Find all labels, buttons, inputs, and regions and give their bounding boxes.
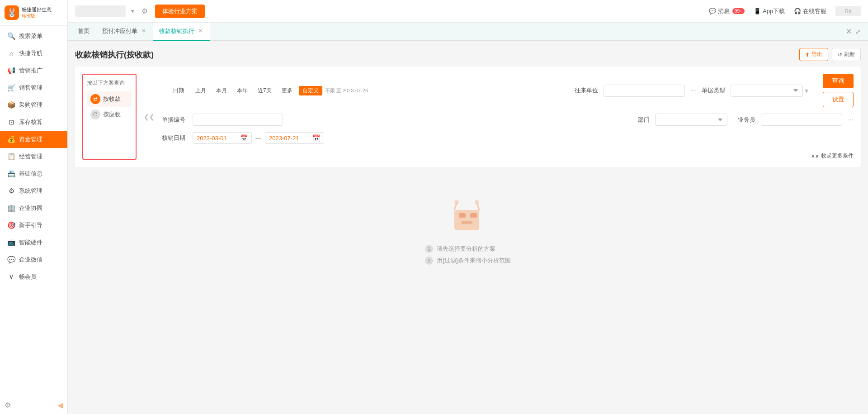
message-badge: 99+: [732, 8, 745, 14]
filter-row-2: 单据编号 部门 业务员 ···: [162, 114, 854, 126]
sidebar-item-sales[interactable]: 🛒 销售管理: [0, 79, 67, 96]
counterparty-label: 往来单位: [575, 86, 598, 95]
sidebar-item-search[interactable]: 🔍 搜索菜单: [0, 28, 67, 45]
date-btn-7days[interactable]: 近7天: [254, 86, 275, 95]
message-icon: 💬: [709, 8, 716, 14]
sidebar-item-finance[interactable]: 💰 资金管理: [0, 131, 67, 148]
employee-label: 业务员: [733, 116, 755, 124]
quick-nav-icon: ⌂: [7, 50, 15, 57]
topbar-settings-icon[interactable]: ⚙: [140, 5, 150, 17]
employee-input[interactable]: [761, 114, 842, 126]
hint-text-2: 用[过滤]条件来缩小分析范围: [437, 257, 510, 265]
topbar-brand: [75, 5, 126, 17]
date-btn-last-month[interactable]: 上月: [192, 86, 210, 95]
sidebar-item-purchase[interactable]: 📦 采购管理: [0, 96, 67, 114]
sidebar-item-wechat[interactable]: 💬 企业微信: [0, 251, 67, 268]
doc-no-label: 单据编号: [162, 116, 185, 124]
sidebar-item-marketing[interactable]: 📢 营销推广: [0, 62, 67, 79]
service-btn[interactable]: 🎧 在线客服: [794, 7, 826, 15]
doc-type-more-icon[interactable]: ▾: [805, 86, 808, 95]
tab-home-label: 首页: [78, 27, 90, 35]
date-btn-custom[interactable]: 自定义: [299, 86, 322, 95]
system-icon: ⚙: [7, 187, 15, 195]
counterparty-input[interactable]: [604, 85, 685, 97]
filter-row-1: 日期 上月 本月 本年 近7天 更多 自定义 不限 至 2023-07-26 往…: [162, 74, 854, 107]
tab-prepay[interactable]: 预付冲应付单 ✕: [96, 23, 153, 41]
filter-panel: 按以下方案查询 ⇄ 按收款 ⏱ 按应收 ❮❮ 日期 上月: [75, 67, 861, 167]
filter-collapse-btn[interactable]: ❮❮: [142, 74, 156, 160]
tab-writeoff-close-icon[interactable]: ✕: [197, 28, 203, 34]
sidebar-item-basic[interactable]: 📇 基础信息: [0, 165, 67, 182]
empty-state: 1 请先选择要分析的方案 2 用[过滤]条件来缩小分析范围: [75, 167, 861, 283]
user-avatar[interactable]: Rit: [835, 6, 861, 16]
sidebar-item-purchase-label: 采购管理: [19, 101, 42, 109]
export-btn[interactable]: ⬆ 导出: [799, 48, 828, 61]
tab-bar-actions: ✕ ⤢: [846, 27, 864, 36]
receipt-option-icon: ⇄: [90, 94, 100, 104]
page-title: 收款核销执行(按收款): [75, 49, 154, 60]
tab-home[interactable]: 首页: [71, 23, 96, 41]
calendar-start-icon[interactable]: 📅: [240, 134, 248, 142]
export-icon: ⬆: [805, 52, 810, 58]
writeoff-date-start-wrapper: 📅: [193, 132, 252, 144]
date-btn-this-year[interactable]: 本年: [233, 86, 251, 95]
tab-expand-icon[interactable]: ⤢: [855, 28, 861, 35]
query-btn[interactable]: 查询: [823, 74, 854, 88]
writeoff-date-end-input[interactable]: [269, 135, 310, 142]
refresh-btn[interactable]: ↺ 刷新: [832, 48, 861, 61]
sidebar-item-guide[interactable]: 🎯 新手引导: [0, 217, 67, 234]
sidebar-item-hardware[interactable]: 📺 智能硬件: [0, 234, 67, 251]
app-icon: 📱: [754, 8, 761, 14]
page-header: 收款核销执行(按收款) ⬆ 导出 ↺ 刷新: [75, 48, 861, 61]
writeoff-date-start-input[interactable]: [197, 135, 237, 142]
sidebar-item-inventory[interactable]: ⊡ 库存核算: [0, 114, 67, 131]
sidebar-item-hardware-label: 智能硬件: [19, 238, 42, 247]
tab-close-all-icon[interactable]: ✕: [846, 27, 852, 36]
tab-writeoff[interactable]: 收款核销执行 ✕: [153, 23, 210, 41]
calendar-end-icon[interactable]: 📅: [312, 134, 320, 142]
svg-point-6: [454, 200, 459, 205]
message-label: 消息: [718, 7, 730, 15]
sidebar-item-system-label: 系统管理: [19, 187, 42, 195]
message-btn[interactable]: 💬 消息 99+: [709, 7, 745, 15]
filter-by-receipt[interactable]: ⇄ 按收款: [87, 91, 132, 107]
topbar-right: 💬 消息 99+ 📱 App下载 🎧 在线客服 Rit: [709, 6, 861, 16]
filter-title: 按以下方案查询: [87, 79, 132, 87]
sidebar-item-basic-label: 基础信息: [19, 170, 42, 178]
employee-more-icon[interactable]: ···: [848, 116, 854, 124]
sidebar-bottom: ⚙ ◀: [0, 396, 67, 414]
counterparty-more-icon[interactable]: ···: [690, 86, 696, 95]
tab-writeoff-label: 收款核销执行: [159, 27, 194, 35]
wechat-icon: 💬: [7, 256, 15, 264]
sidebar-item-enterprise[interactable]: 🏢 企业协同: [0, 200, 67, 217]
hint-num-2: 2: [425, 257, 433, 265]
filter-row-3: 核销日期 📅 — 📅: [162, 132, 854, 144]
sidebar-item-system[interactable]: ⚙ 系统管理: [0, 182, 67, 200]
svg-point-7: [475, 200, 479, 205]
tab-prepay-close-icon[interactable]: ✕: [140, 28, 146, 34]
dept-select[interactable]: [655, 114, 727, 126]
sidebar-item-member[interactable]: V 畅会员: [0, 268, 67, 286]
filter-by-receivable[interactable]: ⏱ 按应收: [87, 107, 132, 122]
writeoff-date-end-wrapper: 📅: [265, 132, 324, 144]
sidebar-item-finance-label: 资金管理: [19, 135, 42, 143]
doc-no-input[interactable]: [193, 114, 283, 126]
app-download-btn[interactable]: 📱 App下载: [754, 7, 785, 15]
sidebar-collapse-icon[interactable]: ◀: [57, 401, 63, 409]
sidebar-item-operations[interactable]: 📋 经营管理: [0, 148, 67, 165]
sidebar-item-quick-nav[interactable]: ⌂ 快捷导航: [0, 45, 67, 62]
svg-rect-0: [454, 210, 479, 230]
empty-hint-2: 2 用[过滤]条件来缩小分析范围: [425, 257, 510, 265]
date-btn-this-month[interactable]: 本月: [212, 86, 231, 95]
topbar-dropdown-icon[interactable]: ▾: [131, 8, 134, 14]
date-btn-more[interactable]: 更多: [278, 86, 296, 95]
logo-text: 畅捷通好生意: [22, 6, 52, 13]
industry-btn[interactable]: 体验行业方案: [155, 5, 205, 18]
hint-num-1: 1: [425, 245, 433, 253]
date-hint: 不限 至 2023-07-26: [325, 87, 368, 94]
setting-btn[interactable]: 设置: [823, 92, 854, 107]
doc-type-select[interactable]: [731, 85, 803, 97]
sidebar-settings-icon[interactable]: ⚙: [5, 401, 11, 409]
guide-icon: 🎯: [7, 221, 15, 229]
collapse-more-btn[interactable]: ∧∧ 收起更多条件: [162, 152, 854, 160]
